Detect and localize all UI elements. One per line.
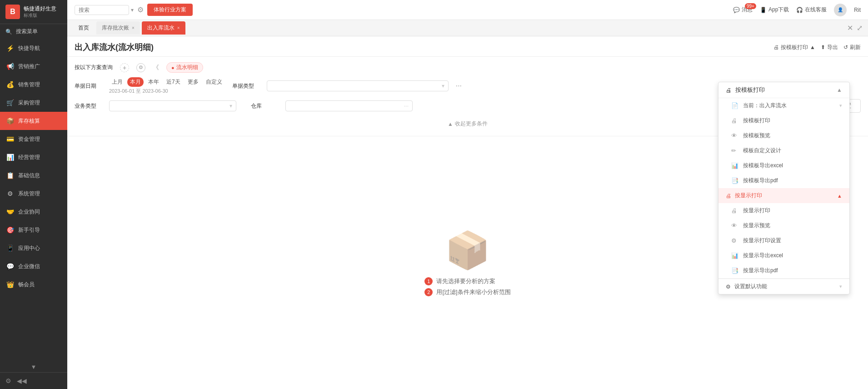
topbar-app-download[interactable]: 📱 App下载 (760, 6, 789, 14)
print-template-btn[interactable]: 🖨 按模板打印 ▲ (773, 44, 815, 51)
date-more-btn[interactable]: 更多 (185, 77, 201, 87)
sidebar-item-sales-mgmt[interactable]: 💰 销售管理 (0, 75, 67, 94)
search-icon: 🔍 (5, 29, 12, 35)
sidebar-item-basic-info[interactable]: 📋 基础信息 (0, 166, 67, 185)
template-print-item[interactable]: 🖨 按模板打印 (718, 113, 849, 128)
sidebar-scroll-down[interactable]: ▼ (0, 362, 67, 372)
page-content: 出入库流水(流水明细) 🖨 按模板打印 ▲ ⬆ 导出 ↺ 刷新 (67, 36, 868, 389)
warehouse-select[interactable]: ··· (285, 100, 413, 111)
filter-row-1: 按以下方案查询 + ⚙ 《 ● 流水明细 (75, 62, 861, 73)
template-export-pdf-item[interactable]: 📑 按模板导出pdf (718, 173, 849, 188)
display-export-pdf-item[interactable]: 📑 按显示导出pdf (718, 263, 849, 278)
topbar-settings-btn[interactable]: ⚙ (137, 5, 144, 14)
sidebar-logo: B 畅捷通好生意 标准版 (0, 0, 67, 24)
display-print-icon: 🖨 (731, 207, 738, 214)
sidebar-footer: ⚙ ◀◀ (0, 372, 67, 389)
filter-collapse-btn[interactable]: 《 (153, 64, 159, 72)
display-print-settings-item[interactable]: ⚙ 按显示打印设置 (718, 233, 849, 248)
current-arrow: ▾ (839, 103, 842, 109)
window-expand-btn[interactable]: ⤢ (857, 24, 863, 32)
enterprise-wx-icon: 💬 (5, 262, 15, 271)
display-export-excel-item[interactable]: 📊 按显示导出excel (718, 248, 849, 263)
tab-home[interactable]: 首页 (73, 21, 95, 35)
sidebar-item-vip-member[interactable]: 👑 畅会员 (0, 275, 67, 294)
sidebar-item-system-mgmt[interactable]: ⚙ 系统管理 (0, 185, 67, 203)
doc-type-label: 单据类型 (232, 82, 259, 90)
date-this-year-btn[interactable]: 本年 (145, 77, 162, 87)
user-avatar[interactable]: 👤 (834, 4, 847, 16)
template-customize-icon: ✏ (731, 147, 738, 154)
template-customize-item[interactable]: ✏ 模板自定义设计 (718, 143, 849, 158)
window-close-btn[interactable]: ✕ (847, 24, 853, 32)
topbar-message-btn[interactable]: 💬 消息 99+ (733, 6, 753, 14)
doc-type-arrow: ▾ (442, 83, 444, 89)
export-btn[interactable]: ⬆ 导出 (821, 44, 838, 51)
sidebar-item-marketing[interactable]: 📢 营销推广 (0, 57, 67, 75)
sidebar-item-enterprise-coop[interactable]: 🤝 企业协同 (0, 203, 67, 221)
warehouse-label: 仓库 (251, 102, 278, 110)
refresh-btn[interactable]: ↺ 刷新 (843, 44, 861, 51)
chevron-up-icon: ▲ (810, 44, 815, 50)
sidebar-item-enterprise-wx[interactable]: 💬 企业微信 (0, 257, 67, 275)
industry-btn[interactable]: 体验行业方案 (147, 4, 193, 16)
sidebar-nav: ⚡ 快捷导航 📢 营销推广 💰 销售管理 🛒 采购管理 📦 库存核算 💳 (0, 39, 67, 362)
topbar-search-input[interactable] (75, 5, 129, 15)
sidebar-item-new-guide[interactable]: 🎯 新手引导 (0, 221, 67, 239)
page-actions: 🖨 按模板打印 ▲ ⬆ 导出 ↺ 刷新 (773, 44, 861, 51)
tab-inout-flow-close[interactable]: × (177, 25, 180, 30)
print-dropdown-panel: 🖨 按模板打印 ▲ 📄 当前：出入库流水 ▾ 🖨 按模板打印 � (718, 82, 850, 294)
tab-batch-ledger[interactable]: 库存批次账 × (96, 21, 140, 35)
template-excel-icon: 📊 (731, 162, 738, 169)
empty-steps: 1 请先选择要分析的方案 2 用[过滤]条件来缩小分析范围 (424, 277, 510, 296)
business-type-select[interactable]: ▾ (109, 100, 236, 111)
sidebar-item-fund-mgmt[interactable]: 💳 资金管理 (0, 130, 67, 148)
tab-batch-ledger-close[interactable]: × (132, 25, 135, 30)
filter-settings-icon-btn[interactable]: ⚙ (136, 63, 145, 72)
business-type-arrow: ▾ (229, 103, 232, 109)
sidebar-item-app-center[interactable]: 📱 应用中心 (0, 239, 67, 257)
topbar-dropdown-btn[interactable]: ▾ (131, 7, 134, 13)
topbar-online-service[interactable]: 🎧 在线客服 (796, 6, 827, 14)
display-print-section-header[interactable]: 🖨 按显示打印 ▲ (718, 188, 849, 203)
app-name: 畅捷通好生意 标准版 (24, 5, 56, 19)
doc-type-more-btn[interactable]: ··· (456, 82, 462, 90)
sidebar-item-quick-nav[interactable]: ⚡ 快捷导航 (0, 39, 67, 57)
sidebar-item-operations-mgmt[interactable]: 📊 经营管理 (0, 148, 67, 166)
display-preview-item[interactable]: 👁 按显示预览 (718, 218, 849, 233)
app-logo-icon: B (5, 5, 20, 19)
date-label: 单据日期 (75, 82, 102, 90)
template-export-excel-item[interactable]: 📊 按模板导出excel (718, 158, 849, 173)
username-label[interactable]: Rit (854, 7, 861, 13)
empty-step-2: 2 用[过滤]条件来缩小分析范围 (424, 288, 510, 296)
date-7days-btn[interactable]: 近7天 (164, 77, 183, 87)
sidebar-item-inventory-calc[interactable]: 📦 库存核算 (0, 112, 67, 130)
operations-icon: 📊 (5, 153, 15, 162)
display-excel-icon: 📊 (731, 252, 738, 259)
sidebar-search[interactable]: 🔍 搜索菜单 (0, 24, 67, 39)
message-badge: 99+ (745, 3, 756, 9)
footer-settings-icon[interactable]: ⚙ (5, 377, 11, 384)
tab-inout-flow[interactable]: 出入库流水 × (142, 21, 185, 35)
set-default-label: ⚙ 设置默认功能 (726, 283, 767, 290)
display-settings-icon: ⚙ (731, 237, 738, 244)
date-this-month-btn[interactable]: 本月 (127, 77, 144, 87)
set-default-footer[interactable]: ⚙ 设置默认功能 ▾ (718, 279, 849, 294)
template-pdf-icon: 📑 (731, 177, 738, 184)
footer-collapse-icon[interactable]: ◀◀ (17, 377, 27, 384)
template-print-section-header[interactable]: 🖨 按模板打印 ▲ (718, 82, 849, 98)
basic-info-icon: 📋 (5, 171, 15, 180)
display-print-item[interactable]: 🖨 按显示打印 (718, 203, 849, 218)
filter-add-btn[interactable]: + (120, 63, 129, 72)
date-custom-btn[interactable]: 自定义 (203, 77, 225, 87)
system-icon: ⚙ (5, 189, 15, 198)
filter-by-label: 按以下方案查询 (75, 64, 113, 71)
page-title: 出入库流水(流水明细) (75, 42, 154, 53)
doc-type-select[interactable]: ▾ (267, 80, 449, 91)
sidebar-item-purchase-mgmt[interactable]: 🛒 采购管理 (0, 94, 67, 112)
flow-detail-tag[interactable]: ● 流水明细 (166, 62, 203, 73)
template-section-arrow: ▲ (837, 87, 842, 93)
template-preview-item[interactable]: 👁 按模板预览 (718, 128, 849, 143)
export-icon: ⬆ (821, 44, 825, 50)
date-last-month-btn[interactable]: 上月 (109, 77, 125, 87)
current-template-item[interactable]: 📄 当前：出入库流水 ▾ (718, 98, 849, 113)
